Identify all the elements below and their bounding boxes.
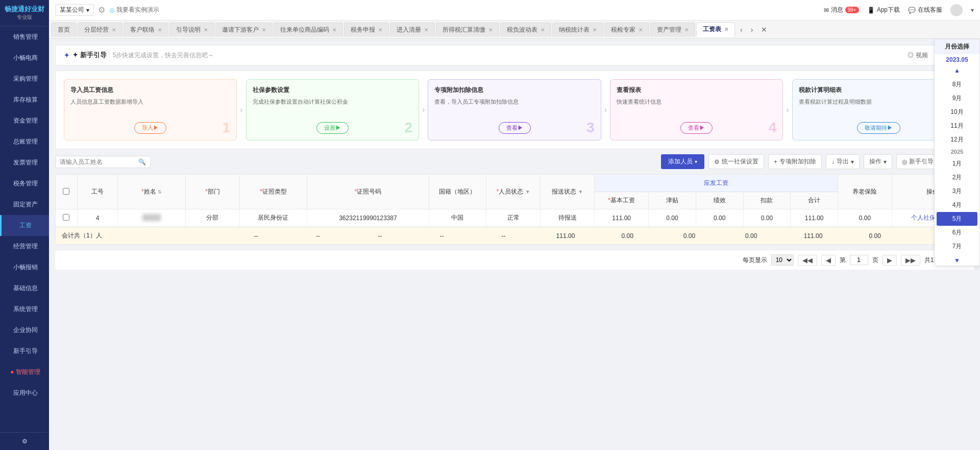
month-12[interactable]: 12月 xyxy=(937,133,977,147)
action-personal-insurance[interactable]: 个人社保 xyxy=(911,214,936,221)
tab-salary-close[interactable]: ✕ xyxy=(724,27,728,32)
tab-tax-expert[interactable]: 税检专家 ✕ xyxy=(604,22,649,37)
th-name[interactable]: *姓名 ⇅ xyxy=(118,175,185,209)
tab-tax-report-close[interactable]: ✕ xyxy=(378,27,382,33)
tab-home[interactable]: 首页 xyxy=(51,22,77,37)
sidebar-item-sales[interactable]: 销售管理 xyxy=(0,27,49,48)
sidebar-item-smart[interactable]: ● 智能管理 xyxy=(0,362,49,383)
step-3-btn[interactable]: 查看▶ xyxy=(499,122,531,134)
sidebar-item-inventory[interactable]: 库存核算 xyxy=(0,89,49,110)
tab-crm[interactable]: 客户联络 ✕ xyxy=(124,22,168,37)
tab-guide-close[interactable]: ✕ xyxy=(204,27,208,33)
tab-tax-calc[interactable]: 所得税汇算清缴 ✕ xyxy=(436,22,499,37)
demo-btn[interactable]: ◎ 我要看实例演示 xyxy=(109,6,159,14)
tab-tax-stat-close[interactable]: ✕ xyxy=(593,27,597,33)
guide-video-btn[interactable]: ◎ 视频 xyxy=(908,51,927,60)
month-11[interactable]: 11月 xyxy=(937,119,977,133)
tab-nav-next[interactable]: › xyxy=(747,26,757,34)
operation-btn[interactable]: 操作 ▾ xyxy=(864,154,892,169)
row-checkbox[interactable] xyxy=(63,214,69,221)
step-2-btn[interactable]: 设置▶ xyxy=(316,122,349,134)
new-guide-btn[interactable]: ◎ 新手引导 xyxy=(896,154,939,169)
tab-asset[interactable]: 资产管理 ✕ xyxy=(650,22,695,37)
page-number-input[interactable] xyxy=(850,255,868,265)
month-2[interactable]: 2月 xyxy=(937,171,977,184)
message-btn[interactable]: ✉ 消息 99+ xyxy=(824,6,859,14)
step-1-btn[interactable]: 导入▶ xyxy=(134,122,166,134)
tab-goods[interactable]: 往来单位商品编码 ✕ xyxy=(274,22,343,37)
tab-tax-expert-close[interactable]: ✕ xyxy=(639,27,643,33)
month-3[interactable]: 3月 xyxy=(937,184,977,198)
online-service-btn[interactable]: 💬 在线客服 xyxy=(908,6,942,14)
tab-clearance[interactable]: 进入清册 ✕ xyxy=(390,22,435,37)
first-page-btn[interactable]: ◀◀ xyxy=(798,255,817,266)
export-btn[interactable]: ↓ 导出 ▾ xyxy=(826,154,860,169)
sidebar-settings[interactable]: ⚙ xyxy=(0,432,49,450)
sidebar-item-ledger[interactable]: 总账管理 xyxy=(0,131,49,152)
month-8[interactable]: 8月 xyxy=(937,78,977,91)
sidebar-item-report[interactable]: 小畅报销 xyxy=(0,257,49,278)
user-dropdown[interactable]: ▾ xyxy=(971,7,974,14)
month-4[interactable]: 4月 xyxy=(937,198,977,212)
sidebar-item-salary[interactable]: 工资 xyxy=(0,215,49,236)
sidebar-item-invoice[interactable]: 发票管理 xyxy=(0,152,49,173)
month-5[interactable]: 5月 xyxy=(937,212,977,226)
sidebar-item-ecommerce[interactable]: 小畅电商 xyxy=(0,48,49,68)
tab-goods-close[interactable]: ✕ xyxy=(332,27,336,33)
sidebar-item-enterprise[interactable]: 企业协同 xyxy=(0,320,49,341)
add-employee-btn[interactable]: 添加人员 ▾ xyxy=(661,154,704,169)
step-5-btn[interactable]: 敬请期待▶ xyxy=(857,122,900,134)
next-page-btn[interactable]: ▶ xyxy=(883,255,897,266)
tab-tax-relief-close[interactable]: ✕ xyxy=(541,27,545,33)
tab-invite[interactable]: 邀请下游客户 ✕ xyxy=(215,22,273,37)
month-1[interactable]: 1月 xyxy=(937,157,977,171)
app-download-btn[interactable]: 📱 App下载 xyxy=(867,6,900,14)
month-9[interactable]: 9月 xyxy=(937,91,977,105)
sidebar-item-base[interactable]: 基础信息 xyxy=(0,278,49,299)
settings-icon[interactable]: ⚙ xyxy=(98,5,105,15)
tab-crm-close[interactable]: ✕ xyxy=(158,27,162,33)
tab-tax-relief[interactable]: 税负波动表 ✕ xyxy=(500,22,551,37)
tab-salary[interactable]: 工资表 ✕ xyxy=(696,22,735,37)
select-all-checkbox[interactable] xyxy=(63,188,69,195)
month-6[interactable]: 6月 xyxy=(937,226,977,240)
sidebar-item-finance[interactable]: 资金管理 xyxy=(0,110,49,131)
search-icon[interactable]: 🔍 xyxy=(138,158,146,165)
filter-status-icon[interactable]: ▼ xyxy=(525,189,530,195)
social-insurance-btn[interactable]: ⚙ 统一社保设置 xyxy=(708,154,764,169)
month-scroll-down[interactable]: ▼ xyxy=(935,255,979,266)
last-page-btn[interactable]: ▶▶ xyxy=(901,255,920,266)
filter-report-icon[interactable]: ▼ xyxy=(578,189,583,195)
sidebar-item-purchase[interactable]: 采购管理 xyxy=(0,68,49,89)
sidebar-item-system[interactable]: 系统管理 xyxy=(0,299,49,320)
month-scroll-up[interactable]: ▲ xyxy=(935,65,979,76)
month-7[interactable]: 7月 xyxy=(937,240,977,253)
tab-close-all[interactable]: ✕ xyxy=(757,26,771,34)
tab-nav-prev[interactable]: ‹ xyxy=(736,26,747,34)
sidebar-item-new-guide[interactable]: 新手引导 xyxy=(0,341,49,362)
sidebar-item-tax[interactable]: 税务管理 xyxy=(0,173,49,194)
tab-tax-stat[interactable]: 纳税统计表 ✕ xyxy=(552,22,603,37)
special-deduct-btn[interactable]: + 专项附加扣除 xyxy=(768,154,822,169)
tab-asset-close[interactable]: ✕ xyxy=(684,27,689,33)
month-10[interactable]: 10月 xyxy=(937,105,977,119)
sort-name-icon[interactable]: ⇅ xyxy=(158,190,162,195)
user-avatar[interactable] xyxy=(950,4,963,16)
sidebar-item-operation[interactable]: 经营管理 xyxy=(0,236,49,257)
tab-tax-report[interactable]: 税务申报 ✕ xyxy=(344,22,389,37)
tab-clearance-close[interactable]: ✕ xyxy=(424,27,428,33)
company-dropdown[interactable]: 某某公司 ▾ xyxy=(55,4,94,16)
per-page-select[interactable]: 10 xyxy=(771,254,794,266)
tab-invite-close[interactable]: ✕ xyxy=(262,27,266,33)
search-input[interactable] xyxy=(60,158,136,165)
sidebar-item-app-center[interactable]: 应用中心 xyxy=(0,383,49,404)
tab-tax-calc-close[interactable]: ✕ xyxy=(488,27,493,33)
prev-page-btn[interactable]: ◀ xyxy=(821,255,836,266)
row-nation: 中国 xyxy=(429,209,486,227)
step-4-btn[interactable]: 查看▶ xyxy=(680,122,713,134)
tab-segment[interactable]: 分层经营 ✕ xyxy=(78,22,122,37)
tab-guide[interactable]: 引导说明 ✕ xyxy=(169,22,214,37)
sidebar-item-fixed-assets[interactable]: 固定资产 xyxy=(0,194,49,215)
tab-segment-close[interactable]: ✕ xyxy=(112,27,116,33)
search-box[interactable]: 🔍 xyxy=(55,156,151,168)
